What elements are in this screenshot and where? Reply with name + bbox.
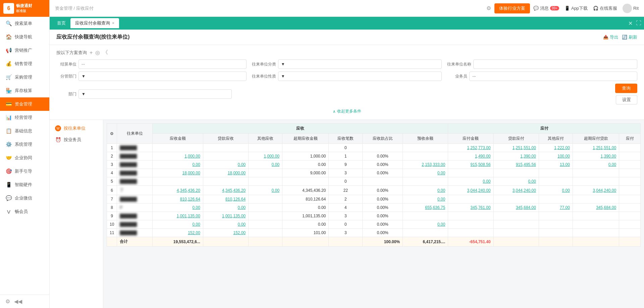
partner-cell: ██████ (117, 220, 153, 229)
maximize-icon[interactable]: ⛶ (636, 20, 641, 27)
sidebar-item-basic[interactable]: 📋 基础信息 (0, 124, 49, 138)
sidebar-item-inventory[interactable]: 🏪 库存核算 (0, 84, 49, 97)
system-icon: ⚙️ (5, 141, 12, 148)
wechat-icon: 💬 (5, 195, 12, 202)
sidebar-item-label: 营销推广 (15, 47, 32, 53)
department-label: 部门 (56, 91, 76, 97)
settlement-unit-input[interactable]: ··· (78, 59, 247, 69)
online-service-label: 在线客服 (600, 5, 617, 11)
total-other-ar (249, 237, 282, 247)
total-overdue-ap (573, 237, 619, 247)
online-service-button[interactable]: 🎧 在线客服 (593, 5, 617, 11)
sidebar-item-enterprise[interactable]: 🤝 企业协同 (0, 151, 49, 165)
message-button[interactable]: 💬 消息 99+ (533, 5, 559, 11)
sidebar-item-guide[interactable]: 🎯 新手引导 (0, 165, 49, 178)
sidebar-item-wechat[interactable]: 💬 企业微信 (0, 191, 49, 205)
loan-ar-col: 贷款应收 (203, 134, 248, 144)
sidebar-item-search[interactable]: 🔍 搜索菜单 (0, 17, 49, 30)
app-download-button[interactable]: 📱 App下载 (565, 5, 588, 11)
sidebar-item-label: 企业协同 (15, 155, 32, 161)
user-name: Rit (633, 6, 639, 11)
collapse-more-button[interactable]: ∧ 收起更多条件 (56, 107, 637, 116)
refresh-button[interactable]: 🔄 刷新 (622, 34, 637, 40)
total-ap-last (619, 237, 641, 247)
sidebar-item-purchase[interactable]: 🛒 采购管理 (0, 71, 49, 84)
dept-label: 分管部门 (56, 74, 76, 79)
sidebar-item-label: 快捷导航 (15, 34, 32, 40)
refresh-icon: 🔄 (622, 35, 627, 40)
close-window-icon[interactable]: ✕ (628, 20, 633, 27)
salesperson-label: 业务员 (447, 74, 467, 79)
partner-name-label: 往来单位名称 (447, 61, 471, 67)
collapse-arrow-icon: ∧ (333, 109, 336, 114)
partner-name-input[interactable] (473, 59, 637, 69)
basic-icon: 📋 (5, 128, 12, 134)
topbar-gear-icon[interactable]: ⚙ (486, 5, 491, 11)
search-collapse-icon[interactable]: 《 (103, 49, 108, 56)
total-label: 合计 (117, 237, 153, 247)
partner-cell: ██████ (117, 169, 153, 177)
sidebar-item-sales[interactable]: 💰 销售管理 (0, 57, 49, 71)
sidebar-item-operations[interactable]: 📊 经营管理 (0, 111, 49, 124)
sidebar-item-label: 搜索菜单 (15, 20, 32, 27)
topbar-right: 💬 消息 99+ 📱 App下载 🎧 在线客服 Rit (533, 4, 639, 13)
settings-button[interactable]: 设置 (616, 95, 637, 104)
tab-ar-ap[interactable]: 应收应付余额查询 × (70, 18, 119, 28)
department-arrow: ▼ (82, 92, 86, 96)
sidebar-collapse-icon[interactable]: ◀◀ (14, 298, 22, 305)
ar-ratio-col: 应收款占比 (363, 134, 403, 144)
filter-by-partner[interactable]: W 按往来单位 (50, 123, 103, 134)
promo-button[interactable]: 体验行业方案 (494, 3, 530, 13)
filter-by-salesperson[interactable]: ⏰ 按业务员 (50, 134, 103, 145)
finance-icon: 💳 (5, 101, 12, 107)
salesperson-input[interactable]: ··· (469, 72, 637, 81)
sidebar-item-vip[interactable]: V 畅会员 (0, 205, 49, 218)
search-scheme-icon[interactable]: ◎ (95, 49, 100, 56)
total-row: 合计 19,553,472,6... 100.00% 6,417,215....… (107, 237, 641, 247)
search-menu-icon: 🔍 (5, 20, 12, 27)
purchase-icon: 🛒 (5, 74, 12, 81)
sidebar-item-hardware[interactable]: 📱 智能硬件 (0, 178, 49, 191)
sidebar-settings-icon[interactable]: ⚙ (5, 298, 10, 305)
sidebar-item-finance[interactable]: 💳 资金管理 (0, 97, 49, 111)
settlement-unit-dots: ··· (82, 62, 85, 67)
tab-close-icon[interactable]: × (112, 21, 114, 26)
filter-panel: W 按往来单位 ⏰ 按业务员 (50, 120, 103, 308)
user-avatar[interactable]: Rit (623, 4, 639, 13)
total-loan-ap (493, 237, 539, 247)
export-button[interactable]: 📤 导出 (603, 34, 619, 40)
total-loan-ar (203, 237, 248, 247)
partner-nature-input[interactable]: ▼ (278, 72, 442, 81)
sidebar-item-label: 采购管理 (15, 74, 32, 80)
overdue-ap-col: 超期应付贷款 (573, 134, 619, 144)
message-icon: 💬 (533, 6, 539, 11)
table-settings-col[interactable]: ⚙ (107, 124, 117, 144)
table-row: 7██████810,126.64810,126.64810,126.6420.… (107, 195, 641, 204)
total-other-ap (539, 237, 573, 247)
sidebar-item-label: 销售管理 (15, 61, 32, 67)
filter-partner-icon: W (55, 125, 61, 131)
ar-count-col: 应收笔数 (329, 134, 363, 144)
sidebar-item-quicknav[interactable]: 🏠 快捷导航 (0, 30, 49, 44)
query-button[interactable]: 查询 (615, 84, 637, 93)
partner-category-input[interactable]: ▼ (278, 59, 442, 69)
tab-home[interactable]: 首页 (52, 18, 70, 28)
department-input[interactable]: ▼ (78, 89, 232, 99)
sidebar-item-system[interactable]: ⚙️ 系统管理 (0, 138, 49, 151)
partner-category-label: 往来单位分类 (252, 61, 276, 67)
total-ar-amount: 19,553,472,6... (153, 237, 203, 247)
ar-amount-col: 应收金额 (153, 134, 203, 144)
ap-amount-col: 应付金额 (448, 134, 493, 144)
search-add-icon[interactable]: + (90, 50, 93, 56)
sidebar-item-marketing[interactable]: 📢 营销推广 (0, 44, 49, 57)
filter-partner-label: 按往来单位 (64, 125, 86, 131)
enterprise-icon: 🤝 (5, 155, 12, 161)
message-label: 消息 (540, 5, 549, 11)
sidebar-item-label: 畅会员 (15, 209, 28, 215)
search-row-2: 分管部门 ▼ 往来单位性质 ▼ 业务员 ··· (56, 72, 637, 81)
sidebar-item-label: 新手引导 (15, 168, 32, 174)
dept-input[interactable]: ▼ (78, 72, 247, 81)
search-row-3: 部门 ▼ 查询 设置 (56, 84, 637, 104)
message-badge: 99+ (550, 6, 559, 10)
main-content: 应收应付余额查询(按往来单位) 📤 导出 🔄 刷新 按以下方案查询 + ◎ 《 … (50, 30, 644, 308)
